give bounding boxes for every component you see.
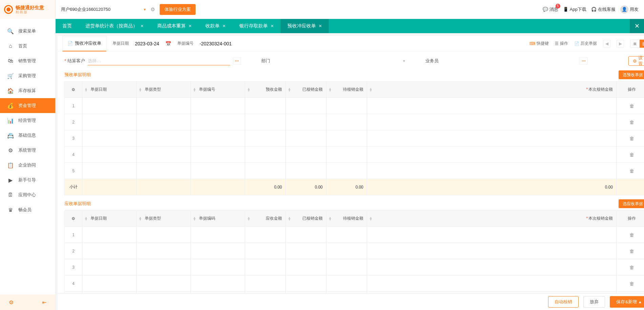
sidebar-item-10[interactable]: ▶新手引导 [0, 173, 55, 187]
dept-input[interactable] [273, 57, 408, 65]
recv-section-title: 应收单据明细 [64, 201, 91, 207]
document-footer: 自动核销 放弃 保存&新增 ▴ [58, 293, 644, 310]
nav-label: 销售管理 [18, 58, 36, 64]
delete-row-icon[interactable]: 🗑 [629, 248, 634, 254]
messages-link[interactable]: 💬 消息 5 [543, 6, 558, 13]
delete-row-icon[interactable]: 🗑 [629, 136, 634, 141]
support-link[interactable]: 🎧 在线客服 [591, 6, 616, 13]
nav-icon: ⚙ [7, 147, 14, 153]
ops-link[interactable]: ☰操作 [555, 41, 568, 46]
chevron-down-icon[interactable]: ▾ [403, 59, 405, 63]
shortcut-link[interactable]: ⌨快捷键 [529, 41, 549, 46]
table-row[interactable]: 2🗑 [65, 243, 644, 259]
table-row[interactable]: 4🗑 [65, 275, 644, 292]
close-icon[interactable]: ✕ [140, 24, 144, 28]
settings-button[interactable]: ⚙ 设置 [628, 56, 644, 66]
salesman-field: 业务员 ⋯ [425, 57, 588, 65]
discard-button[interactable]: 放弃 [583, 296, 605, 308]
close-all-tabs-button[interactable]: ✕ [630, 19, 644, 33]
settings-icon[interactable]: ⚙ [9, 299, 14, 306]
sidebar-item-12[interactable]: ♛畅会员 [0, 202, 55, 217]
delete-row-icon[interactable]: 🗑 [629, 103, 634, 109]
col-settings[interactable]: ⚙ [65, 82, 82, 98]
page-tab-2[interactable]: 商品成本重算✕ [150, 19, 199, 33]
nav-label: 库存核算 [18, 88, 36, 94]
salesman-picker-button[interactable]: ⋯ [580, 57, 588, 65]
collapse-icon[interactable]: ⇤ [42, 299, 46, 306]
table-row[interactable]: 5🗑 [65, 163, 644, 179]
sidebar-item-6[interactable]: 📊经营管理 [0, 113, 55, 128]
sidebar-item-9[interactable]: 📋企业协同 [0, 158, 55, 173]
table-row[interactable]: 3🗑 [65, 259, 644, 275]
sidebar-item-11[interactable]: 🗓应用中心 [0, 187, 55, 202]
nav-label: 应用中心 [18, 192, 36, 198]
user-label: 用友 [630, 6, 639, 13]
close-icon[interactable]: ✕ [270, 24, 274, 28]
save-and-new-button[interactable]: 保存&新增 ▴ [610, 296, 644, 308]
chevron-down-icon[interactable]: ▾ [144, 7, 146, 12]
tab-label: 首页 [62, 23, 72, 29]
pick-pre-docs-button[interactable]: 选预收单据 [619, 70, 644, 79]
view-detail-button[interactable]: ▤ [640, 40, 644, 48]
doc-date-value[interactable]: 2023-03-24 [135, 41, 159, 46]
table-row[interactable]: 1🗑 [65, 227, 644, 243]
sidebar-item-2[interactable]: 🛍销售管理 [0, 53, 55, 68]
auto-writeoff-button[interactable]: 自动核销 [548, 296, 579, 308]
page-tab-1[interactable]: 进货单统计表（按商品）✕ [79, 19, 150, 33]
view-list-button[interactable]: ≣ [630, 40, 640, 48]
delete-row-icon[interactable]: 🗑 [629, 232, 634, 238]
col-code: ▲▼单据编码 [191, 211, 245, 227]
user-menu[interactable]: 👤 用友 [620, 5, 639, 14]
page-tab-5[interactable]: 预收冲应收单✕ [281, 19, 329, 33]
trial-solution-button[interactable]: 体验行业方案 [160, 4, 196, 15]
delete-row-icon[interactable]: 🗑 [629, 281, 634, 286]
recv-docs-table: ⚙ ▲▼单据日期 ▲▼单据类型 ▲▼单据编码 ▲▼应收金额 ▲▼已核销金额 ▲▼… [64, 210, 644, 293]
sidebar-item-1[interactable]: ⌂首页 [0, 39, 55, 53]
pre-section-title: 预收单据明细 [64, 72, 91, 78]
pick-recv-docs-button[interactable]: 选应收单据 [619, 199, 644, 208]
prev-doc-button[interactable]: ◀ [603, 40, 610, 47]
col-pending: ▲▼待核销金额 [326, 82, 367, 98]
tab-label: 进货单统计表（按商品） [85, 23, 138, 29]
close-icon[interactable]: ✕ [319, 24, 322, 28]
sidebar-item-8[interactable]: ⚙系统管理 [0, 143, 55, 158]
company-settings-icon[interactable]: ⚙ [150, 6, 155, 13]
page-tab-0[interactable]: 首页 [56, 19, 79, 33]
delete-row-icon[interactable]: 🗑 [629, 265, 634, 270]
salesman-input[interactable] [441, 57, 577, 65]
dept-label: 部门 [261, 58, 270, 64]
history-link[interactable]: 📄历史单据 [574, 41, 597, 46]
close-icon[interactable]: ✕ [188, 24, 192, 28]
table-row[interactable]: 4🗑 [65, 147, 644, 163]
page-tab-4[interactable]: 银行存取款单✕ [233, 19, 281, 33]
document-tab[interactable]: 📄 预收冲应收单 [62, 36, 106, 51]
support-label: 在线客服 [598, 6, 616, 13]
calendar-icon[interactable]: 📅 [165, 41, 171, 46]
col-settings[interactable]: ⚙ [65, 211, 82, 227]
sidebar-item-0[interactable]: 🔍搜索菜单 [0, 24, 55, 39]
app-download-link[interactable]: 📱 App下载 [563, 6, 586, 13]
company-select[interactable] [61, 4, 139, 15]
sidebar-item-5[interactable]: 💰资金管理 [0, 98, 55, 113]
customer-input[interactable] [88, 57, 230, 65]
close-icon[interactable]: ✕ [222, 24, 226, 28]
tab-label: 银行存取款单 [239, 23, 268, 29]
doc-date-label: 单据日期 [113, 41, 129, 46]
table-row[interactable]: 1🗑 [65, 98, 644, 114]
nav-label: 首页 [18, 43, 27, 49]
delete-row-icon[interactable]: 🗑 [629, 152, 634, 157]
nav-label: 基础信息 [18, 132, 36, 138]
sidebar-item-7[interactable]: 📇基础信息 [0, 128, 55, 143]
next-doc-button[interactable]: ▶ [617, 40, 624, 47]
table-row[interactable]: 3🗑 [65, 130, 644, 147]
nav-label: 搜索菜单 [18, 28, 36, 34]
sidebar-item-3[interactable]: 🛒采购管理 [0, 68, 55, 83]
nav-icon: ▶ [7, 177, 14, 183]
customer-picker-button[interactable]: ⋯ [233, 57, 241, 65]
document-header: 📄 预收冲应收单 单据日期 2023-03-24 📅 单据编号 -2023032… [58, 36, 644, 51]
sidebar-item-4[interactable]: 🏠库存核算 [0, 83, 55, 98]
delete-row-icon[interactable]: 🗑 [629, 119, 634, 125]
page-tab-3[interactable]: 收款单✕ [199, 19, 233, 33]
delete-row-icon[interactable]: 🗑 [629, 168, 634, 174]
table-row[interactable]: 2🗑 [65, 114, 644, 130]
